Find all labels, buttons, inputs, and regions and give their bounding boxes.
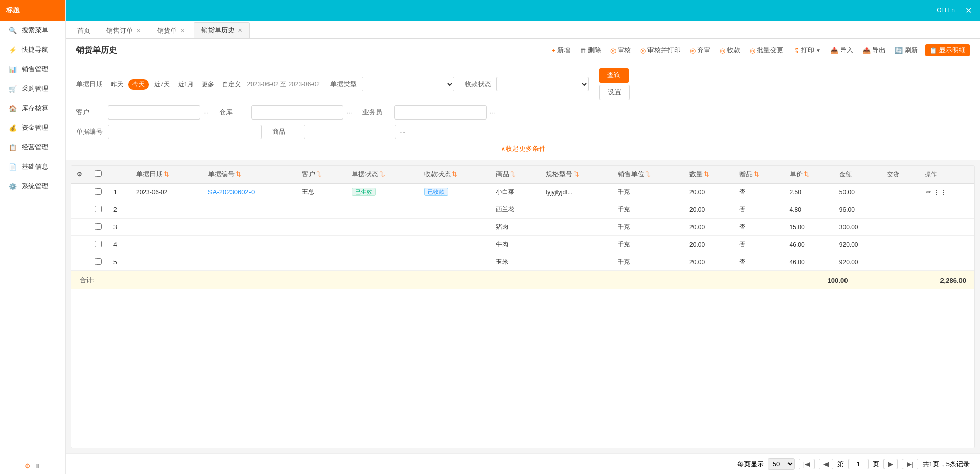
- settings-button[interactable]: 设置: [599, 85, 630, 100]
- date-custom[interactable]: 自定义: [219, 79, 244, 90]
- query-button[interactable]: 查询: [599, 68, 629, 83]
- row-checkbox[interactable]: [95, 223, 102, 230]
- agent-input[interactable]: [394, 105, 487, 120]
- edit-btn[interactable]: ✏: [926, 188, 931, 196]
- doc-number-cell[interactable]: [203, 236, 297, 253]
- sidebar-item-finance-mgmt[interactable]: 💰 资金管理: [0, 118, 65, 137]
- review-button[interactable]: ◎ 审核: [608, 44, 633, 56]
- filter-row-3: 单据编号 商品 ···: [76, 125, 970, 139]
- sidebar-bottom: ⚙ ⏸: [0, 458, 65, 474]
- col-gift-header[interactable]: 赠品⇅: [734, 166, 784, 184]
- per-page-select[interactable]: 50 100: [768, 458, 795, 470]
- row-checkbox[interactable]: [95, 258, 102, 265]
- quantity-cell: 20.00: [684, 236, 734, 253]
- sidebar-settings-icon[interactable]: ⚙: [25, 462, 31, 470]
- customer-dots[interactable]: ···: [203, 109, 209, 116]
- sidebar-item-basic-info[interactable]: 📄 基础信息: [0, 157, 65, 176]
- agent-dots[interactable]: ···: [490, 109, 495, 116]
- row-checkbox[interactable]: [95, 241, 102, 247]
- date-7days[interactable]: 近7天: [151, 79, 173, 90]
- prev-page-button[interactable]: ◀: [819, 459, 833, 469]
- tab-sales-history[interactable]: 销货单历史 ✕: [194, 22, 250, 38]
- col-customer-header[interactable]: 客户⇅: [297, 166, 347, 184]
- customer-input[interactable]: [108, 105, 200, 120]
- sidebar-item-label: 库存核算: [22, 104, 48, 113]
- collect-button[interactable]: ◎ 收款: [718, 44, 742, 56]
- window-close-icon[interactable]: ✕: [965, 6, 972, 15]
- tab-sales-order[interactable]: 销售订单 ✕: [99, 23, 148, 38]
- row-checkbox[interactable]: [95, 188, 102, 195]
- col-quantity-header[interactable]: 数量⇅: [684, 166, 734, 184]
- check-cell[interactable]: [90, 201, 108, 219]
- sidebar-item-system-mgmt[interactable]: ⚙️ 系统管理: [0, 176, 65, 196]
- col-doc-date-header[interactable]: 单据日期⇅: [131, 166, 203, 184]
- col-unit-header[interactable]: 销售单位⇅: [612, 166, 684, 184]
- tab-sales-history-close[interactable]: ✕: [238, 27, 242, 34]
- sidebar-item-purchase-mgmt[interactable]: 🛒 采购管理: [0, 79, 65, 98]
- sidebar-item-sales-mgmt[interactable]: 📊 销售管理: [0, 60, 65, 79]
- delete-button[interactable]: 🗑 删除: [578, 44, 603, 56]
- sidebar-item-inventory[interactable]: 🏠 库存核算: [0, 98, 65, 118]
- new-button[interactable]: + 新增: [550, 44, 573, 56]
- doc-type-select[interactable]: [362, 77, 454, 91]
- col-check-header[interactable]: [90, 166, 108, 184]
- tab-sales-goods-close[interactable]: ✕: [180, 28, 185, 34]
- col-doc-status-header[interactable]: 单据状态⇅: [347, 166, 418, 184]
- date-yesterday[interactable]: 昨天: [108, 79, 126, 90]
- row-checkbox[interactable]: [95, 206, 102, 212]
- review-print-button[interactable]: ◎ 审核并打印: [638, 44, 683, 56]
- more-btn[interactable]: ⋮⋮: [933, 188, 947, 196]
- check-cell[interactable]: [90, 236, 108, 253]
- finance-mgmt-icon: 💰: [8, 123, 17, 132]
- display-detail-button[interactable]: 📋 显示明细: [925, 44, 970, 56]
- sidebar-item-quick-nav[interactable]: ⚡ 快捷导航: [0, 40, 65, 60]
- date-more[interactable]: 更多: [199, 79, 217, 90]
- transaction-cell: [882, 184, 919, 201]
- goods-dots[interactable]: ···: [399, 128, 405, 136]
- col-payment-status-header[interactable]: 收款状态⇅: [419, 166, 491, 184]
- sidebar-item-search-menu[interactable]: 🔍 搜索菜单: [0, 21, 65, 40]
- import-button[interactable]: 📥 导入: [828, 44, 855, 56]
- sidebar-collapse-icon[interactable]: ⏸: [34, 462, 41, 470]
- collapse-button[interactable]: ∧ 收起更多条件: [76, 144, 970, 153]
- col-spec-header[interactable]: 规格型号⇅: [541, 166, 612, 184]
- payment-status-select[interactable]: [496, 77, 589, 91]
- plus-icon: +: [552, 47, 556, 54]
- tab-home[interactable]: 首页: [70, 23, 98, 38]
- doc-number-input[interactable]: [108, 125, 262, 139]
- warehouse-input[interactable]: [251, 105, 343, 120]
- doc-number-label: 单据编号: [76, 127, 105, 136]
- batch-change-button[interactable]: ◎ 批量变更: [747, 44, 785, 56]
- doc-number-cell[interactable]: [203, 201, 297, 219]
- check-cell[interactable]: [90, 184, 108, 201]
- last-page-button[interactable]: ▶|: [902, 459, 918, 469]
- export-button[interactable]: 📤 导出: [860, 44, 888, 56]
- abandon-button[interactable]: ◎ 弃审: [688, 44, 713, 56]
- doc-date-cell: [131, 253, 203, 271]
- total-info: 共1页，5条记录: [923, 460, 970, 469]
- tab-sales-goods[interactable]: 销货单 ✕: [149, 23, 193, 38]
- refresh-button[interactable]: 🔄 刷新: [893, 44, 920, 56]
- check-cell[interactable]: [90, 219, 108, 236]
- doc-number-cell[interactable]: [203, 219, 297, 236]
- check-cell[interactable]: [90, 253, 108, 271]
- settings-cell: [71, 201, 90, 219]
- select-all-checkbox[interactable]: [95, 170, 102, 177]
- col-unit-price-header[interactable]: 单价⇅: [784, 166, 834, 184]
- date-today[interactable]: 今天: [128, 79, 149, 90]
- page-number-input[interactable]: [848, 459, 869, 469]
- goods-input[interactable]: [304, 125, 396, 139]
- index-cell: 3: [108, 219, 131, 236]
- tab-sales-order-close[interactable]: ✕: [136, 28, 141, 34]
- col-settings-header[interactable]: ⚙: [71, 166, 90, 184]
- next-page-button[interactable]: ▶: [883, 459, 898, 469]
- print-button[interactable]: 🖨 打印 ▼: [791, 44, 823, 56]
- warehouse-dots[interactable]: ···: [347, 109, 352, 116]
- first-page-button[interactable]: |◀: [799, 459, 815, 469]
- sidebar-item-operation-mgmt[interactable]: 📋 经营管理: [0, 137, 65, 157]
- doc-number-cell[interactable]: [203, 253, 297, 271]
- date-1month[interactable]: 近1月: [175, 79, 197, 90]
- doc-number-cell[interactable]: SA-20230602-0: [203, 184, 297, 201]
- col-doc-number-header[interactable]: 单据编号⇅: [203, 166, 297, 184]
- col-goods-header[interactable]: 商品⇅: [491, 166, 541, 184]
